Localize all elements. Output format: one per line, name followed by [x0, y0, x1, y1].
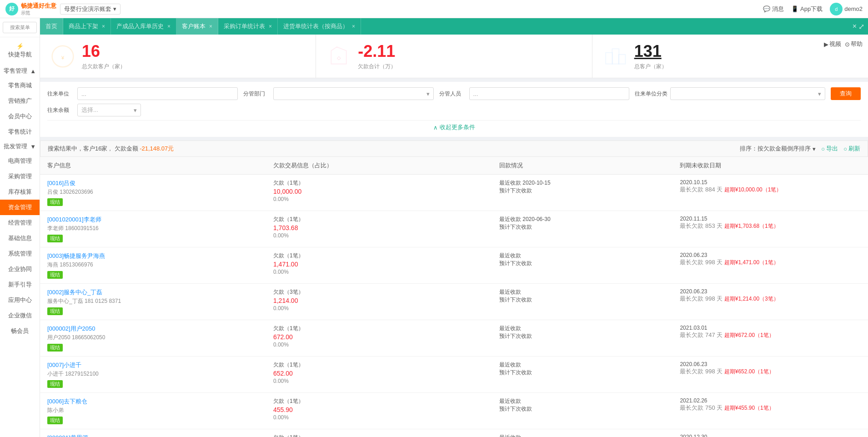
col-header-return: 回款情况 — [499, 161, 680, 170]
dept-label: 分管部门 — [243, 90, 271, 98]
sidebar-item-apps[interactable]: 应用中心 — [0, 292, 40, 308]
sidebar-item-newbie[interactable]: 新手引导 — [0, 277, 40, 292]
sidebar-item-retail-mall[interactable]: 零售商城 — [0, 78, 40, 93]
overdue-info: 2020.06.23 最长欠款 998 天 超期¥652.00（1笔） — [680, 361, 861, 376]
table-row: [0001020001]李老师 李老师 18600391516 现结 欠款（1笔… — [40, 211, 868, 247]
filter-area: 往来单位 ... 分管部门 ▾ 分管人员 — [40, 82, 868, 137]
chevron-down-icon: ▾ — [818, 90, 821, 97]
filter-person: 分管人员 ... — [439, 87, 630, 100]
customer-name-link[interactable]: [000001]黄思源 — [47, 434, 273, 437]
customer-name-link[interactable]: [0002]服务中心_丁磊 — [47, 288, 273, 296]
search-button[interactable]: 查询 — [831, 87, 861, 100]
customer-name-link[interactable]: [0016]吕俊 — [47, 179, 273, 187]
debt-info: 欠款（1笔） 455.90 0.00% — [273, 397, 499, 421]
table-row: [0003]畅捷服务尹海燕 海燕 18513066976 现结 欠款（1笔） 1… — [40, 247, 868, 284]
sidebar-item-basic-info[interactable]: 基础信息 — [0, 231, 40, 246]
tab-inbound-stats[interactable]: 进货单统计表（按商品） × — [278, 18, 361, 35]
app-name: 畅捷通好生意 示范 — [21, 2, 56, 16]
sort-select[interactable]: 排序：按欠款金额倒序排序 ▾ — [740, 145, 816, 153]
sidebar-item-retail-mgmt[interactable]: 零售管理 ▲ — [0, 64, 40, 78]
collapse-filters-btn[interactable]: ∧ 收起更多条件 — [47, 120, 861, 131]
help-icon: ⊙ — [845, 41, 850, 48]
sidebar-item-wechat[interactable]: 企业微信 — [0, 308, 40, 323]
customer-tag: 现结 — [47, 307, 63, 315]
customer-tag: 现结 — [47, 417, 63, 424]
customer-name-link[interactable]: [0001020001]李老师 — [47, 216, 273, 224]
sidebar-item-member[interactable]: 会员中心 — [0, 109, 40, 124]
export-btn[interactable]: ○ 导出 — [821, 145, 838, 153]
sidebar-item-marketing[interactable]: 营销推广 — [0, 93, 40, 109]
customer-name-link[interactable]: [0006]去下粮仓 — [47, 397, 273, 406]
refresh-btn[interactable]: ○ 刷新 — [843, 145, 860, 153]
sidebar-item-retail-stats[interactable]: 零售统计 — [0, 124, 40, 140]
tab-controls: × ⤢ — [849, 22, 868, 31]
svg-text:◇: ◇ — [337, 55, 341, 60]
unit-classify-select[interactable]: ▾ — [670, 87, 825, 100]
customer-tag: 现结 — [47, 235, 63, 242]
help-btn[interactable]: ⊙ 帮助 — [845, 40, 863, 48]
sidebar-item-finance[interactable]: 资金管理 — [0, 200, 40, 215]
sidebar-item-operations[interactable]: 经营管理 — [0, 215, 40, 231]
balance-select[interactable]: 选择... ▾ — [77, 104, 141, 116]
sidebar-item-purchase[interactable]: 采购管理 — [0, 169, 40, 184]
tab-close-icon[interactable]: × — [269, 23, 272, 30]
tab-home[interactable]: 首页 — [40, 18, 63, 35]
top-bar: 好 畅捷通好生意 示范 母婴行业演示账套 ▾ 💬 消息 📱 App下载 d de… — [0, 0, 868, 18]
sidebar-item-system[interactable]: 系统管理 — [0, 246, 40, 261]
overdue-link[interactable]: 超期¥1,471.00（1笔） — [724, 259, 779, 266]
person-input[interactable]: ... — [469, 87, 630, 100]
tab-close-icon[interactable]: × — [102, 23, 105, 30]
sidebar-item-ecommerce[interactable]: 电商管理 — [0, 153, 40, 169]
user-profile-btn[interactable]: d demo2 — [830, 3, 863, 15]
customer-info: [0006]去下粮仓 陈小弟 现结 — [47, 397, 273, 424]
overdue-link[interactable]: 超期¥1,703.68（1笔） — [724, 223, 779, 229]
table-row: [0002]服务中心_丁磊 服务中心_丁磊 181 0125 8371 现结 欠… — [40, 284, 868, 320]
tab-close-icon[interactable]: × — [352, 23, 355, 30]
overdue-info: 2021.03.01 最长欠款 747 天 超期¥672.00（1笔） — [680, 325, 861, 339]
sidebar-item-wholesale-mgmt[interactable]: 批发管理 ▼ — [0, 140, 40, 153]
overdue-link[interactable]: 超期¥672.00（1笔） — [724, 332, 774, 338]
person-label: 分管人员 — [439, 90, 467, 98]
customer-info: [0001020001]李老师 李老师 18600391516 现结 — [47, 216, 273, 242]
return-info: 最近收款 预计下次收款 — [499, 252, 680, 267]
overdue-link[interactable]: 超期¥455.90（1笔） — [724, 405, 774, 411]
overdue-info: 2020.11.15 最长欠款 853 天 超期¥1,703.68（1笔） — [680, 216, 861, 230]
unit-classify-label: 往来单位分类 — [635, 90, 667, 98]
maximize-btn[interactable]: ⤢ — [858, 22, 864, 31]
app-download-btn[interactable]: 📱 App下载 — [791, 5, 823, 13]
sidebar-item-member2[interactable]: 畅会员 — [0, 323, 40, 339]
customer-name-link[interactable]: [0003]畅捷服务尹海燕 — [47, 252, 273, 260]
message-btn[interactable]: 💬 消息 — [763, 5, 784, 13]
customer-info: [000002]用户2050 用户2050 18665062050 现结 — [47, 325, 273, 352]
customer-tag: 现结 — [47, 344, 63, 352]
content-area: ¥ 16 总欠款客户（家） ◇ — [40, 35, 868, 437]
tab-customer-ledger[interactable]: 客户账本 × — [176, 18, 218, 35]
company-selector[interactable]: 母婴行业演示账套 ▾ — [60, 4, 120, 15]
filter-balance: 往来余额 选择... ▾ — [47, 104, 175, 116]
overdue-info: 2020.06.23 最长欠款 998 天 超期¥1,471.00（1笔） — [680, 252, 861, 266]
tab-production-history[interactable]: 产成品入库单历史 × — [111, 18, 176, 35]
overdue-link[interactable]: 超期¥1,214.00（3笔） — [724, 296, 779, 302]
dept-select[interactable]: ▾ — [273, 87, 434, 100]
overdue-link[interactable]: 超期¥10,000.00（1笔） — [724, 186, 782, 193]
overdue-link[interactable]: 超期¥652.00（1笔） — [724, 368, 774, 375]
tab-purchase-stats[interactable]: 采购订单统计表 × — [218, 18, 278, 35]
tab-product-shelf[interactable]: 商品上下架 × — [63, 18, 111, 35]
filter-row-1: 往来单位 ... 分管部门 ▾ 分管人员 — [47, 87, 861, 100]
search-menu-btn[interactable]: 搜索菜单 — [3, 22, 37, 33]
main-layout: 搜索菜单 ⚡ 快捷导航 零售管理 ▲ 零售商城 营销推广 会员中心 零售统计 批… — [0, 18, 868, 437]
video-btn[interactable]: ▶ 视频 — [824, 40, 841, 48]
customer-name-link[interactable]: [0007]小进千 — [47, 361, 273, 369]
chevron-down-icon: ▾ — [813, 146, 816, 152]
results-actions: 排序：按欠款金额倒序排序 ▾ ○ 导出 ○ 刷新 — [740, 145, 860, 153]
close-all-tabs-btn[interactable]: × — [853, 22, 857, 30]
tab-close-icon[interactable]: × — [167, 23, 171, 30]
svg-text:¥: ¥ — [61, 55, 65, 60]
return-info: 最近收款 预计下次收款 — [499, 325, 680, 340]
sidebar-item-quick-nav[interactable]: ⚡ 快捷导航 — [0, 39, 40, 62]
tab-close-icon[interactable]: × — [209, 23, 212, 30]
sidebar-item-collab[interactable]: 企业协同 — [0, 261, 40, 277]
customer-name-link[interactable]: [000002]用户2050 — [47, 325, 273, 333]
from-unit-input[interactable]: ... — [77, 87, 238, 100]
sidebar-item-inventory[interactable]: 库存核算 — [0, 184, 40, 200]
